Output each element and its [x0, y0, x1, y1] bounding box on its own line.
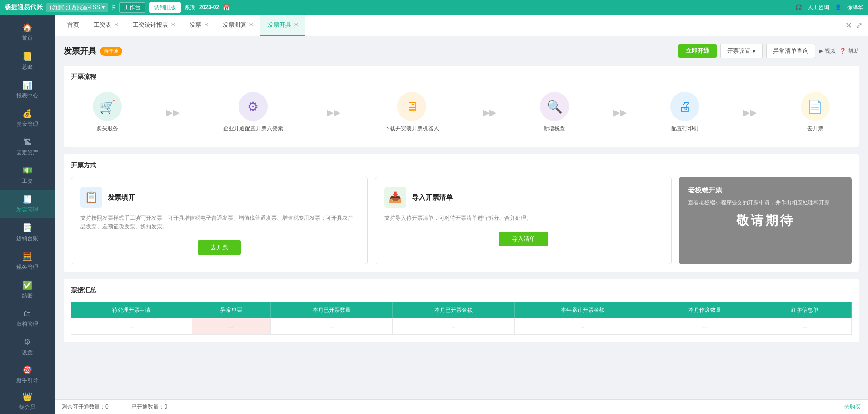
arrow4: ▶▶: [613, 107, 627, 118]
sidebar-item-newbie[interactable]: 🎯 新手引导: [0, 361, 55, 388]
sidebar-item-invoice-mgmt[interactable]: 🧾 发票管理: [0, 190, 55, 218]
process-step-config[interactable]: ⚙ 企业开通配置开票六要素: [223, 92, 283, 132]
tab-home-label: 首页: [67, 21, 79, 29]
col-red-info: 红字信息单: [758, 302, 852, 318]
sidebar-item-ledger[interactable]: 📒 总账: [0, 47, 55, 76]
sidebar-item-purchase[interactable]: 📑 进销台账: [0, 218, 55, 247]
col-year-amount: 本年累计开票金额: [514, 302, 651, 318]
top-bar-left: 畅捷通易代账 (勿删) 江西服室-LSS ▾ ⎘ 工作台 切到旧版 账期 202…: [5, 2, 230, 13]
method-card-old-terminal: 老板端开票 查看老板端小程序提交的开票申请，并作出相应处理和开票 敬请期待: [679, 177, 852, 264]
sidebar-item-tax[interactable]: 🧮 税务管理: [0, 247, 55, 276]
tab-restore-icon[interactable]: ⤢: [856, 20, 863, 30]
tab-salary[interactable]: 工资表 ✕: [86, 15, 125, 36]
page-title: 发票开具: [64, 45, 96, 56]
summary-table: 待处理开票申请 异常单票 本月已开票数量 本月已开票金额 本年累计开票金额 本月…: [71, 302, 852, 335]
sidebar-item-salary[interactable]: 💵 工资: [0, 161, 55, 190]
process-step-taxdisk[interactable]: 🔍 新增税盘: [540, 92, 569, 132]
cell-month-amount: --: [393, 318, 514, 335]
sidebar-label-purchase: 进销台账: [16, 235, 38, 242]
tab-invoice-tool[interactable]: 发票开具 ✕: [260, 15, 305, 36]
cell-pending: --: [71, 318, 192, 335]
manual-icon: 📋: [80, 187, 102, 208]
chevron-down-icon2: ▾: [753, 48, 756, 55]
process-section: 开票流程 🛒 购买服务 ▶▶ ⚙ 企业开通配置开票六要素: [64, 66, 859, 147]
calendar-icon[interactable]: 📅: [223, 4, 230, 11]
period-label: 账期: [185, 4, 195, 11]
sidebar-item-home[interactable]: 🏠 首页: [0, 18, 55, 47]
buy-link[interactable]: 去购买: [844, 403, 861, 411]
chevron-down-icon: ▾: [102, 4, 105, 10]
config-enterprise-icon-wrap: ⚙: [239, 92, 268, 121]
top-bar-right: 🎧 人工咨询 👤 徐泽华: [795, 4, 863, 11]
tab-invoice[interactable]: 发票 ✕: [182, 15, 215, 36]
sidebar-label-assets: 固定资产: [16, 149, 38, 157]
sidebar-item-archive[interactable]: 🗂 归档管理: [0, 304, 55, 333]
ticket-settings-label: 开票设置: [727, 47, 751, 55]
old-terminal-header: 老板端开票 查看老板端小程序提交的开票申请，并作出相应处理和开票: [688, 186, 843, 207]
abnormal-list-button[interactable]: 异常清单查询: [766, 44, 815, 58]
header-help[interactable]: ▶ 视频: [819, 47, 836, 55]
goto-invoice-button[interactable]: 去开票: [198, 240, 241, 255]
avatar-icon: 👤: [835, 4, 842, 10]
sidebar-item-settings[interactable]: ⚙ 设置: [0, 333, 55, 361]
main-layout: 🏠 首页 📒 总账 📊 报表中心 💰 资金管理 🏗 固定资产 💵 工资 🧾 发票…: [0, 15, 868, 414]
workspace-button[interactable]: 工作台: [119, 2, 145, 13]
old-terminal-desc: 查看老板端小程序提交的开票申请，并作出相应处理和开票: [688, 198, 843, 207]
tab-invoice-calc[interactable]: 发票测算 ✕: [215, 15, 260, 36]
tab-salary-report[interactable]: 工资统计报表 ✕: [125, 15, 182, 36]
tab-salary-label: 工资表: [94, 21, 111, 29]
summary-title: 票据汇总: [71, 286, 852, 294]
process-section-title: 开票流程: [71, 73, 852, 81]
sidebar-item-assets[interactable]: 🏗 固定资产: [0, 133, 55, 161]
import-list-button[interactable]: 导入清单: [499, 232, 548, 246]
cell-abnormal: --: [192, 318, 271, 335]
sidebar-item-member[interactable]: 👑 畅会员: [0, 388, 55, 414]
tab-invoice-calc-close[interactable]: ✕: [249, 22, 253, 28]
make-invoice-icon-wrap: 📄: [801, 92, 830, 121]
tab-close-all-icon[interactable]: ✕: [845, 20, 852, 30]
header-actions: 立即开通 开票设置 ▾ 异常清单查询 ▶ 视频 ❓ 帮助: [678, 44, 859, 58]
arrow3: ▶▶: [483, 107, 496, 118]
tab-home[interactable]: 首页: [60, 15, 86, 36]
process-step-make[interactable]: 📄 去开票: [801, 92, 830, 132]
config-enterprise-icon: ⚙: [247, 99, 259, 114]
newbie-icon: 🎯: [22, 365, 32, 375]
tab-salary-close[interactable]: ✕: [114, 22, 118, 28]
company-selector[interactable]: (勿删) 江西服室-LSS ▾: [46, 3, 108, 12]
config-enterprise-label: 企业开通配置开票六要素: [223, 125, 283, 132]
sidebar-label-archive: 归档管理: [16, 320, 38, 328]
tab-invoice-tool-close[interactable]: ✕: [294, 22, 298, 28]
buy-service-icon-wrap: 🛒: [93, 92, 122, 121]
config-printer-label: 配置打印机: [671, 125, 698, 132]
sidebar-bottom: 🎯 新手引导 👑 畅会员: [0, 361, 55, 414]
funds-icon: 💰: [22, 109, 32, 119]
add-taxdisk-icon: 🔍: [547, 99, 563, 114]
reports-icon: 📊: [22, 80, 32, 90]
bottom-left: 剩余可开通数量：0 已开通数量：0: [62, 403, 167, 411]
process-step-buy[interactable]: 🛒 购买服务: [93, 92, 122, 132]
sidebar-item-funds[interactable]: 💰 资金管理: [0, 104, 55, 133]
process-step-download[interactable]: 🖥 下载并安装开票机器人: [384, 92, 439, 132]
coming-soon-text: 敬请期待: [736, 212, 794, 229]
sidebar-label-newbie: 新手引导: [16, 377, 38, 384]
user-service-label[interactable]: 人工咨询: [808, 4, 829, 11]
video-icon: ▶: [819, 48, 823, 54]
page-title-row: 发票开具 待开通: [64, 45, 122, 56]
import-title: 导入开票清单: [412, 193, 453, 202]
ledger-icon: 📒: [22, 51, 32, 61]
switch-old-button[interactable]: 切到旧版: [149, 2, 181, 13]
assets-icon: 🏗: [23, 137, 31, 147]
settings-icon: ⚙: [24, 337, 31, 347]
process-step-printer[interactable]: 🖨 配置打印机: [670, 92, 699, 132]
purchase-icon: 📑: [22, 223, 32, 233]
header-help2[interactable]: ❓ 帮助: [839, 47, 859, 55]
sidebar-item-reports[interactable]: 📊 报表中心: [0, 76, 55, 104]
immediate-open-button[interactable]: 立即开通: [678, 44, 717, 58]
add-taxdisk-icon-wrap: 🔍: [540, 92, 569, 121]
ticket-settings-button[interactable]: 开票设置 ▾: [720, 44, 763, 58]
copy-icon[interactable]: ⎘: [112, 4, 115, 11]
download-robot-icon: 🖥: [405, 99, 418, 114]
tab-invoice-close[interactable]: ✕: [204, 22, 208, 28]
tab-salary-report-close[interactable]: ✕: [171, 22, 175, 28]
sidebar-item-settlement[interactable]: ✅ 结账: [0, 276, 55, 304]
